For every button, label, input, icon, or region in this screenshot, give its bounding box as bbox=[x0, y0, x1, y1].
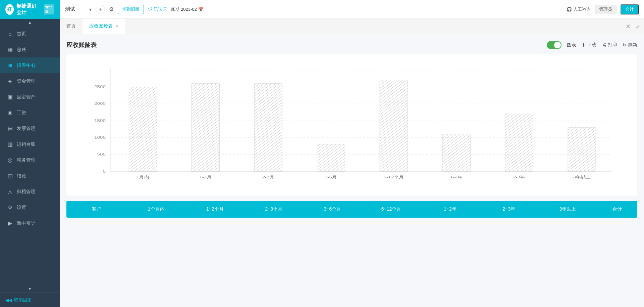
tab-aging[interactable]: 应收账龄表 × bbox=[83, 19, 125, 34]
refresh-button[interactable]: ↻ 刷新 bbox=[623, 42, 637, 48]
download-button[interactable]: ⬇ 下载 bbox=[582, 42, 596, 48]
bar-3-6月 bbox=[317, 144, 345, 172]
sidebar-item-close[interactable]: ◫ 结账 bbox=[0, 168, 60, 184]
svg-text:1-2月: 1-2月 bbox=[199, 175, 212, 179]
bar-1-2月 bbox=[192, 84, 219, 172]
download-label: 下载 bbox=[587, 42, 596, 48]
print-button[interactable]: 🖨 打印 bbox=[602, 42, 617, 48]
col-3year-plus: 3年以上 bbox=[538, 201, 597, 218]
bar-1-2年 bbox=[442, 134, 470, 172]
chart-toggle[interactable] bbox=[547, 41, 561, 49]
chart-container: 0 500 1000 1500 2000 2500 1月内 bbox=[66, 54, 637, 195]
tabbar: 首页 应收账龄表 × ✕ ⤢ bbox=[60, 19, 644, 34]
pro-badge: 专业版 bbox=[44, 4, 54, 14]
tabbar-expand-button[interactable]: ⤢ bbox=[636, 23, 640, 30]
sidebar-item-label: 工资 bbox=[17, 110, 26, 116]
col-1-2month: 1~2个月 bbox=[185, 201, 244, 218]
ledger-icon: ▦ bbox=[7, 46, 13, 53]
svg-text:0: 0 bbox=[103, 169, 105, 174]
certified-label: 已认证 bbox=[154, 6, 167, 12]
sidebar-item-invoice[interactable]: ▤ 发票管理 bbox=[0, 121, 60, 136]
sidebar-item-sales[interactable]: ▥ 进销台账 bbox=[0, 136, 60, 152]
chart-wrapper: 0 500 1000 1500 2000 2500 1月内 bbox=[73, 61, 631, 189]
svg-text:1月内: 1月内 bbox=[137, 175, 149, 179]
print-label: 打印 bbox=[608, 42, 617, 48]
home-icon: ⌂ bbox=[7, 31, 13, 37]
svg-text:1-2年: 1-2年 bbox=[450, 175, 463, 179]
sidebar-nav: ⌂ 首页 ▦ 总账 ≋ 报表中心 ◈ 资金管理 ▣ 固定资产 ◉ 工资 ▤ 发票… bbox=[0, 26, 60, 285]
consult-button[interactable]: 🎧 人工咨询 bbox=[567, 6, 591, 12]
shield-icon: 🛡 bbox=[148, 7, 152, 12]
report-icon: ≋ bbox=[7, 62, 13, 69]
print-icon: 🖨 bbox=[602, 42, 606, 48]
table-header: 客户 1个月内 1~2个月 2~3个月 3~6个月 6~12个月 1~2年 2~… bbox=[66, 201, 637, 218]
sidebar-item-ledger[interactable]: ▦ 总账 bbox=[0, 42, 60, 57]
tabbar-close-button[interactable]: ✕ bbox=[626, 23, 631, 30]
col-6-12month: 6~12个月 bbox=[362, 201, 421, 218]
sidebar-item-home[interactable]: ⌂ 首页 bbox=[0, 26, 60, 42]
tab-home[interactable]: 首页 bbox=[60, 19, 83, 34]
calendar-icon[interactable]: 📅 bbox=[198, 7, 204, 12]
sidebar-item-wage[interactable]: ◉ 工资 bbox=[0, 105, 60, 121]
fund-icon: ◈ bbox=[7, 78, 13, 84]
sidebar-item-label: 固定资产 bbox=[17, 94, 36, 100]
cancel-pin-label: 取消固定 bbox=[14, 297, 32, 303]
manager-button[interactable]: 管理员 bbox=[595, 5, 616, 14]
close-accounts-icon: ◫ bbox=[7, 173, 13, 179]
download-icon: ⬇ bbox=[582, 42, 586, 48]
sidebar-item-settings[interactable]: ⚙ 设置 bbox=[0, 200, 60, 215]
certified-badge: 🛡 已认证 bbox=[148, 6, 167, 12]
sidebar-item-label: 结账 bbox=[17, 173, 26, 179]
topbar-dropdown-icon[interactable]: ▾ bbox=[89, 7, 92, 12]
bar-3年以上 bbox=[568, 127, 596, 171]
wage-icon: ◉ bbox=[7, 109, 13, 116]
chart-toggle-label: 图表 bbox=[567, 42, 576, 48]
svg-text:1500: 1500 bbox=[94, 119, 106, 123]
col-2-3year: 2~3年 bbox=[480, 201, 538, 218]
pin-icon: ◀◀ bbox=[5, 298, 12, 303]
sidebar-scroll-down[interactable]: ▼ bbox=[0, 285, 60, 293]
topbar-add-button[interactable]: + bbox=[96, 5, 105, 14]
sidebar-item-label: 进销台账 bbox=[17, 141, 36, 147]
col-3-6month: 3~6个月 bbox=[303, 201, 362, 218]
refresh-label: 刷新 bbox=[628, 42, 637, 48]
svg-text:2-3月: 2-3月 bbox=[262, 175, 274, 179]
table-container: 客户 1个月内 1~2个月 2~3个月 3~6个月 6~12个月 1~2年 2~… bbox=[66, 201, 637, 218]
tab-aging-label: 应收账龄表 bbox=[89, 23, 113, 29]
sidebar: 好 畅捷通好会计 专业版 ▲ ⌂ 首页 ▦ 总账 ≋ 报表中心 ◈ 资金管理 ▣… bbox=[0, 0, 60, 307]
bar-1月内 bbox=[129, 87, 157, 172]
refresh-icon: ↻ bbox=[623, 42, 627, 48]
svg-text:6-12个月: 6-12个月 bbox=[384, 175, 404, 179]
sidebar-item-report[interactable]: ≋ 报表中心 bbox=[0, 57, 60, 73]
sales-icon: ▥ bbox=[7, 141, 13, 147]
sidebar-item-fund[interactable]: ◈ 资金管理 bbox=[0, 73, 60, 89]
svg-text:3-6月: 3-6月 bbox=[325, 175, 337, 179]
period-display: 账期 2023-02 📅 bbox=[171, 6, 204, 12]
sidebar-item-archive[interactable]: ◬ 归档管理 bbox=[0, 184, 60, 200]
cancel-pin-button[interactable]: ◀◀ 取消固定 bbox=[0, 293, 60, 307]
switch-old-version-button[interactable]: 切到旧版 bbox=[118, 5, 144, 14]
sidebar-item-newbie[interactable]: ▶ 新手引导 bbox=[0, 215, 60, 231]
headset-icon: 🎧 bbox=[567, 7, 572, 12]
sidebar-item-tax[interactable]: ◎ 税务管理 bbox=[0, 152, 60, 168]
sidebar-item-asset[interactable]: ▣ 固定资产 bbox=[0, 89, 60, 105]
sidebar-item-label: 新手引导 bbox=[17, 220, 36, 226]
col-1-2year: 1~2年 bbox=[421, 201, 479, 218]
newbie-icon: ▶ bbox=[7, 220, 13, 226]
topbar: 测试 ▾ + ⚙ 切到旧版 🛡 已认证 账期 2023-02 📅 🎧 人工咨询 … bbox=[60, 0, 644, 19]
role-button[interactable]: 会计 bbox=[621, 4, 639, 14]
svg-text:1000: 1000 bbox=[94, 135, 106, 140]
svg-text:500: 500 bbox=[97, 152, 106, 157]
topbar-settings-icon[interactable]: ⚙ bbox=[109, 6, 114, 12]
svg-text:2500: 2500 bbox=[94, 85, 106, 89]
topbar-title: 测试 bbox=[65, 6, 85, 12]
sidebar-scroll-up[interactable]: ▲ bbox=[0, 19, 60, 26]
asset-icon: ▣ bbox=[7, 94, 13, 100]
tax-icon: ◎ bbox=[7, 157, 13, 163]
bar-chart: 0 500 1000 1500 2000 2500 1月内 bbox=[73, 61, 631, 189]
tab-close-icon[interactable]: × bbox=[115, 24, 118, 29]
bar-2-3年 bbox=[505, 114, 533, 172]
page-actions: 图表 ⬇ 下载 🖨 打印 ↻ 刷新 bbox=[547, 41, 637, 49]
sidebar-item-label: 设置 bbox=[17, 205, 26, 211]
sidebar-logo: 好 畅捷通好会计 专业版 bbox=[0, 0, 60, 19]
